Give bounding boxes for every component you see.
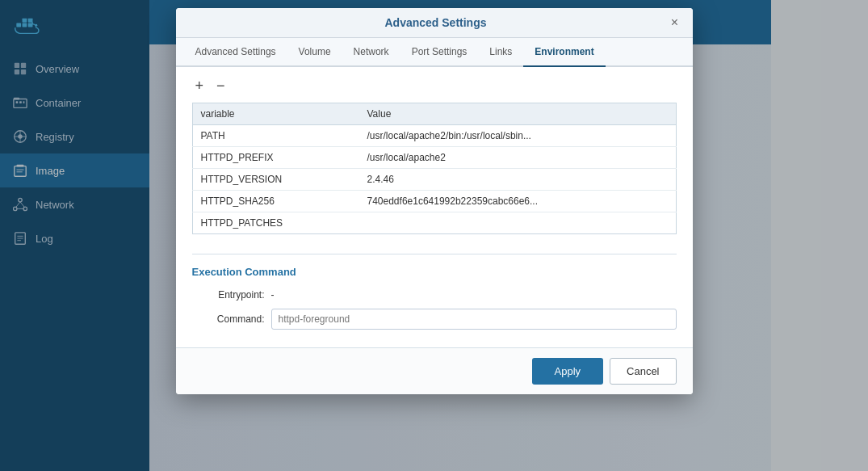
- dialog: Advanced Settings × Advanced Settings Vo…: [176, 8, 693, 394]
- entrypoint-row: Entrypoint: -: [192, 289, 677, 301]
- env-value-cell: /usr/local/apache2/bin:/usr/local/sbin..…: [359, 125, 677, 147]
- env-value-cell: /usr/local/apache2: [359, 147, 677, 169]
- tab-links[interactable]: Links: [478, 38, 523, 67]
- tab-advanced-settings[interactable]: Advanced Settings: [184, 38, 287, 67]
- env-variable-cell: HTTPD_SHA256: [192, 191, 359, 212]
- command-row: Command:: [192, 309, 677, 330]
- col-header-value: Value: [359, 103, 677, 125]
- env-variable-cell: HTTPD_PATCHES: [192, 212, 359, 234]
- tab-environment[interactable]: Environment: [523, 38, 605, 67]
- env-variable-cell: HTTPD_VERSION: [192, 169, 359, 191]
- apply-button[interactable]: Apply: [532, 358, 604, 385]
- table-row[interactable]: HTTPD_SHA256740eddf6e1c641992b22359cabc6…: [192, 191, 676, 212]
- env-value-cell: 740eddf6e1c641992b22359cabc66e6...: [359, 191, 677, 212]
- close-button[interactable]: ×: [669, 16, 681, 29]
- entrypoint-value: -: [271, 289, 275, 301]
- table-row[interactable]: HTTPD_PREFIX/usr/local/apache2: [192, 147, 676, 169]
- col-header-variable: variable: [192, 103, 359, 125]
- dialog-footer: Apply Cancel: [176, 347, 693, 394]
- table-row[interactable]: HTTPD_PATCHES: [192, 212, 676, 234]
- env-value-cell: 2.4.46: [359, 169, 677, 191]
- tab-port-settings[interactable]: Port Settings: [400, 38, 479, 67]
- command-input[interactable]: [271, 309, 677, 330]
- env-table: variable Value PATH/usr/local/apache2/bi…: [192, 103, 677, 234]
- entrypoint-label: Entrypoint:: [192, 289, 265, 301]
- table-row[interactable]: HTTPD_VERSION2.4.46: [192, 169, 676, 191]
- execution-section: Execution Command Entrypoint: - Command:: [192, 254, 677, 330]
- modal-overlay: Advanced Settings × Advanced Settings Vo…: [0, 0, 868, 471]
- tab-volume[interactable]: Volume: [287, 38, 342, 67]
- dialog-titlebar: Advanced Settings ×: [176, 8, 693, 38]
- dialog-tabs: Advanced Settings Volume Network Port Se…: [176, 38, 693, 67]
- cancel-button[interactable]: Cancel: [610, 358, 676, 385]
- env-toolbar: + −: [192, 77, 677, 95]
- app-window: Overview Container Registry: [0, 0, 868, 471]
- command-label: Command:: [192, 313, 265, 325]
- tab-network[interactable]: Network: [342, 38, 400, 67]
- env-value-cell: [359, 212, 677, 234]
- table-row[interactable]: PATH/usr/local/apache2/bin:/usr/local/sb…: [192, 125, 676, 147]
- env-variable-cell: PATH: [192, 125, 359, 147]
- dialog-title: Advanced Settings: [203, 16, 669, 29]
- add-env-button[interactable]: +: [192, 77, 208, 95]
- execution-title: Execution Command: [192, 266, 677, 278]
- remove-env-button[interactable]: −: [213, 77, 229, 95]
- env-variable-cell: HTTPD_PREFIX: [192, 147, 359, 169]
- dialog-body: + − variable Value PATH/usr/local/apache…: [176, 67, 693, 347]
